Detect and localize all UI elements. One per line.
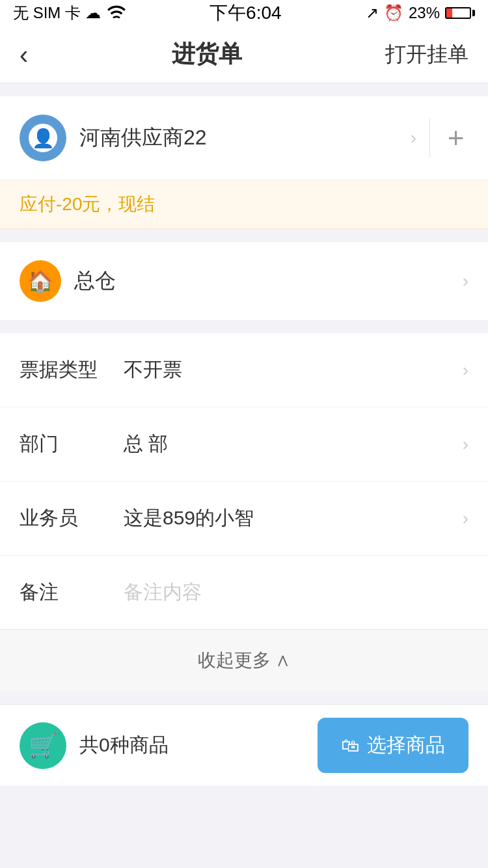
supplier-avatar: 👤 <box>20 115 66 161</box>
supplier-section: 👤 河南供应商22 › + 应付-20元，现结 <box>0 96 488 229</box>
back-button[interactable]: ‹ <box>20 42 28 68</box>
warehouse-section: 🏠 总仓 › <box>0 242 488 320</box>
remark-input[interactable]: 备注内容 <box>111 579 468 606</box>
select-product-icon: 🛍 <box>341 735 359 756</box>
battery-percent: 23% <box>409 4 440 22</box>
section-gap-4 <box>0 691 488 704</box>
dept-row[interactable]: 部门 总 部 › <box>0 407 488 481</box>
supplier-name: 河南供应商22 <box>79 124 404 152</box>
section-gap-1 <box>0 83 488 96</box>
dept-chevron-icon: › <box>463 434 468 455</box>
status-bar: 无 SIM 卡 ☁ 下午6:04 ↗ ⏰ 23% <box>0 0 488 26</box>
person-icon: 👤 <box>32 128 55 149</box>
nav-bar: ‹ 进货单 打开挂单 <box>0 26 488 83</box>
product-bar: 🛒 共0种商品 🛍 选择商品 <box>0 704 488 786</box>
warehouse-icon: 🏠 <box>20 260 61 302</box>
staff-value: 这是859的小智 <box>111 505 456 532</box>
collapse-button[interactable]: 收起更多 ∧ <box>0 629 488 691</box>
house-icon: 🏠 <box>27 269 53 293</box>
product-icon-wrapper: 🛒 <box>20 722 66 769</box>
staff-chevron-icon: › <box>463 508 468 529</box>
select-product-label: 选择商品 <box>367 732 445 759</box>
open-hang-button[interactable]: 打开挂单 <box>385 40 468 69</box>
remark-label: 备注 <box>20 579 111 606</box>
invoice-chevron-icon: › <box>463 360 468 381</box>
notice-banner: 应付-20元，现结 <box>0 180 488 229</box>
page-title: 进货单 <box>172 38 242 70</box>
bag-icon: 🛒 <box>29 732 58 759</box>
warehouse-name: 总仓 <box>74 267 456 295</box>
staff-label: 业务员 <box>20 505 111 532</box>
remark-row[interactable]: 备注 备注内容 <box>0 555 488 629</box>
alarm-icon: ⏰ <box>384 4 403 22</box>
invoice-row[interactable]: 票据类型 不开票 › <box>0 333 488 407</box>
warehouse-chevron-icon: › <box>463 271 468 292</box>
battery-icon <box>445 7 475 19</box>
avatar-inner: 👤 <box>29 124 57 152</box>
product-count: 共0种商品 <box>79 732 318 759</box>
add-supplier-button[interactable]: + <box>429 118 468 157</box>
location-icon: ↗ <box>366 4 379 22</box>
warehouse-row[interactable]: 🏠 总仓 › <box>0 242 488 320</box>
status-left: 无 SIM 卡 ☁ <box>13 3 126 23</box>
supplier-chevron-icon: › <box>411 128 416 148</box>
supplier-row[interactable]: 👤 河南供应商22 › + <box>0 96 488 180</box>
wifi-icon <box>107 4 126 22</box>
dept-value: 总 部 <box>111 431 456 457</box>
no-sim-label: 无 SIM 卡 ☁ <box>13 3 101 23</box>
invoice-label: 票据类型 <box>20 357 111 383</box>
status-time: 下午6:04 <box>210 1 282 25</box>
dept-label: 部门 <box>20 431 111 457</box>
form-section: 票据类型 不开票 › 部门 总 部 › 业务员 这是859的小智 › 备注 备注… <box>0 333 488 691</box>
status-right: ↗ ⏰ 23% <box>366 4 475 22</box>
select-product-button[interactable]: 🛍 选择商品 <box>318 718 468 773</box>
section-gap-2 <box>0 229 488 242</box>
background-fill <box>0 786 488 868</box>
staff-row[interactable]: 业务员 这是859的小智 › <box>0 481 488 555</box>
invoice-value: 不开票 <box>111 357 456 383</box>
section-gap-3 <box>0 320 488 333</box>
